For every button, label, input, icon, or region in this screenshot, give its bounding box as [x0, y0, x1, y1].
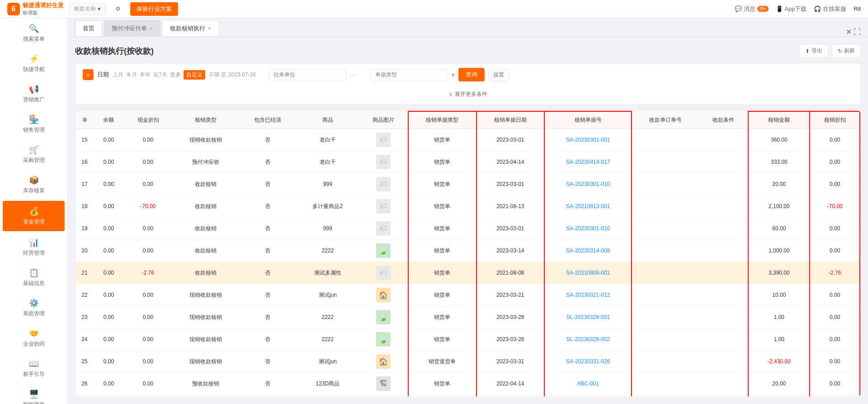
- row-include-settled: 否: [239, 195, 296, 218]
- receipt-tab-close[interactable]: ×: [208, 25, 211, 32]
- row-verify-bill-no[interactable]: SA-20230301-010: [544, 173, 632, 195]
- sidebar-item-purchase[interactable]: 🛒 采购管理: [0, 139, 67, 170]
- trial-button[interactable]: 体验行业方案: [130, 2, 178, 16]
- settings-filter-button[interactable]: 设置: [488, 69, 509, 81]
- sidebar-item-corp[interactable]: 🤝 企业协同: [0, 323, 67, 353]
- row-verify-bill-no[interactable]: ABC-001: [544, 373, 632, 395]
- col-receipt-order-no: 收款单订单号: [632, 111, 699, 129]
- goods-image: 🏠: [376, 354, 391, 369]
- filter-actions: 查询 设置: [458, 68, 509, 81]
- sidebar-item-hardware[interactable]: 🖥️ 智能硬件: [0, 384, 67, 404]
- settings-icon[interactable]: ⚙: [111, 2, 125, 16]
- row-verify-bill-no[interactable]: SL-20230328-002: [544, 328, 632, 351]
- verify-bill-no-link[interactable]: SA-20210808-001: [566, 270, 610, 276]
- row-verify-bill-no[interactable]: SL-20230408-001: [544, 395, 632, 397]
- prepay-tab-close[interactable]: ×: [150, 25, 153, 32]
- sidebar-item-inventory[interactable]: 📦 库存核算: [0, 170, 67, 200]
- export-button[interactable]: ⬆ 导出: [799, 44, 828, 57]
- verify-bill-no-link[interactable]: SA-20230314-008: [566, 247, 610, 254]
- row-verify-amount: 1,000.00: [748, 240, 810, 262]
- app-download-label: App下载: [784, 5, 807, 12]
- table-body: 15 0.00 0.00 现销收款核销 否 老白干 🏷 销货单 2023-03-…: [75, 129, 860, 397]
- date-tag-last-month[interactable]: 上月: [113, 71, 123, 79]
- row-cash-discount: 0.00: [124, 240, 172, 262]
- sidebar-item-business[interactable]: 📊 经营管理: [0, 232, 67, 262]
- sidebar-item-basic[interactable]: 📋 基础信息: [0, 262, 67, 293]
- row-verify-amount: 1.00: [748, 328, 810, 351]
- verify-bill-no-link[interactable]: SA-20230414-017: [566, 159, 610, 165]
- tab-receipt[interactable]: 收款核销执行 ×: [162, 20, 219, 36]
- sidebar-item-system[interactable]: ⚙️ 系统管理: [0, 293, 67, 323]
- home-tab-label: 首页: [83, 24, 94, 33]
- verify-bill-no-link[interactable]: ABC-001: [577, 380, 599, 387]
- row-receipt-order-no: [632, 218, 699, 240]
- query-button[interactable]: 查询: [458, 68, 485, 81]
- verify-bill-no-link[interactable]: SL-20230328-001: [566, 314, 610, 320]
- app-download-btn[interactable]: 📱 App下载: [776, 5, 807, 13]
- sidebar-item-quick[interactable]: ⚡ 快捷导航: [0, 48, 67, 79]
- row-verify-amount: 1.00: [748, 306, 810, 328]
- from-unit-input[interactable]: [269, 69, 346, 81]
- book-icon: 📖: [29, 359, 39, 369]
- row-verify-bill-no[interactable]: SA-20210808-001: [544, 262, 632, 284]
- refresh-button[interactable]: ↻ 刷新: [832, 44, 861, 57]
- account-selector[interactable]: 账套名称 ▾: [69, 3, 106, 15]
- date-tag-this-year[interactable]: 本年: [140, 71, 151, 79]
- verify-bill-no-link[interactable]: SA-20230331-026: [566, 358, 610, 365]
- single-type-input[interactable]: [370, 69, 448, 81]
- row-cash-discount: 0.00: [124, 395, 172, 397]
- verify-bill-no-link[interactable]: SL-20230328-002: [566, 336, 610, 342]
- tab-prepay[interactable]: 预付冲应付单 ×: [104, 20, 160, 36]
- goods-image: 🏗: [376, 376, 391, 391]
- date-tag-more[interactable]: 更多: [170, 71, 181, 79]
- online-service-btn[interactable]: 🎧 在线客服: [814, 5, 846, 13]
- date-tag-7days[interactable]: 近7天: [153, 71, 167, 79]
- verify-bill-no-link[interactable]: SA-20210813-001: [566, 203, 610, 209]
- row-verify-bill-no[interactable]: SA-20230314-008: [544, 240, 632, 262]
- user-avatar[interactable]: Rit: [854, 5, 861, 12]
- verify-bill-no-link[interactable]: SA-20230301-010: [566, 225, 610, 232]
- row-verify-bill-no[interactable]: SA-20230321-012: [544, 284, 632, 306]
- sidebar-item-sales[interactable]: 🏪 销售管理: [0, 109, 67, 139]
- row-verify-amount: 10.00: [748, 284, 810, 306]
- sidebar-item-guide[interactable]: 📖 新手引导: [0, 353, 67, 384]
- row-verify-bill-no[interactable]: SA-20210813-001: [544, 195, 632, 218]
- layout: 🔍 搜索菜单 ⚡ 快捷导航 📢 营销推广 🏪 销售管理 🛒 采购管理 📦 库存核…: [0, 18, 868, 404]
- row-receipt-condition: [699, 195, 748, 218]
- close-all-icon[interactable]: ✕: [846, 28, 852, 36]
- date-tag-this-month[interactable]: 本月: [126, 71, 137, 79]
- sidebar-item-search[interactable]: 🔍 搜索菜单: [0, 18, 67, 48]
- sidebar-label-quick: 快捷导航: [23, 66, 45, 73]
- verify-bill-no-link[interactable]: SA-20230301-010: [566, 181, 610, 187]
- row-goods-img: 🏷: [359, 129, 408, 151]
- row-balance: 0.00: [94, 351, 124, 373]
- sidebar-label-finance: 资金管理: [23, 218, 45, 226]
- sidebar-item-finance[interactable]: 💰 资金管理: [3, 201, 65, 231]
- verify-bill-no-link[interactable]: SA-20230301-001: [566, 137, 610, 143]
- row-verify-bill-no[interactable]: SA-20230301-001: [544, 129, 632, 151]
- sidebar-item-marketing[interactable]: 📢 营销推广: [0, 79, 67, 109]
- verify-bill-no-link[interactable]: SA-20230321-012: [566, 292, 610, 298]
- filter-expand-button[interactable]: »: [83, 69, 94, 80]
- row-goods-img: 🏷: [359, 173, 408, 195]
- row-verify-bill-no[interactable]: SA-20230414-017: [544, 151, 632, 173]
- goods-image: 🍃: [376, 310, 391, 324]
- expand-window-icon[interactable]: ⛶: [854, 28, 861, 36]
- col-settings[interactable]: ⚙: [75, 111, 94, 129]
- tab-home[interactable]: 首页: [75, 20, 102, 36]
- from-unit-dots: ···: [350, 71, 358, 78]
- row-goods-img: 🏷: [359, 262, 408, 284]
- row-receipt-order-no: [632, 328, 699, 351]
- row-verify-bill-no[interactable]: SA-20230301-010: [544, 218, 632, 240]
- date-tag-custom[interactable]: 自定义: [184, 70, 205, 80]
- row-verify-bill-date: 2021-08-08: [476, 262, 545, 284]
- brand: 6 畅捷通谱好生意 标准版: [7, 1, 64, 16]
- notification-btn[interactable]: 💬 消息 99+: [735, 5, 769, 13]
- export-label: 导出: [811, 47, 822, 55]
- row-verify-bill-no[interactable]: SA-20230331-026: [544, 351, 632, 373]
- expand-conditions-btn[interactable]: ∨ 展开更多条件: [448, 90, 487, 98]
- row-verify-bill-no[interactable]: SL-20230328-001: [544, 306, 632, 328]
- row-verify-bill-date: 2023-03-28: [476, 306, 545, 328]
- row-balance: 0.00: [94, 151, 124, 173]
- row-verify-bill-type: 销货单: [408, 151, 476, 173]
